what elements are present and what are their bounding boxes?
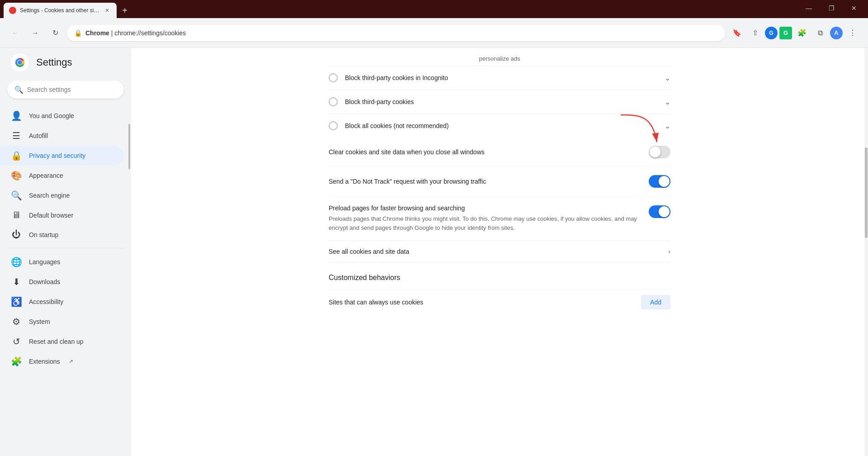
toggle-knob-3 bbox=[659, 206, 670, 217]
do-not-track-label: Send a "Do Not Track" request with your … bbox=[329, 178, 649, 185]
sites-always-cookies-row: Sites that can always use cookies Add bbox=[329, 289, 670, 315]
sidebar-item-search-engine[interactable]: 🔍 Search engine bbox=[0, 185, 124, 205]
sidebar-scrollbar-track bbox=[127, 106, 131, 456]
preload-text: Preload pages for faster browsing and se… bbox=[329, 204, 642, 232]
new-tab-button[interactable]: + bbox=[118, 4, 131, 17]
tab-title: Settings - Cookies and other site... bbox=[20, 7, 99, 14]
radio-button-block-all[interactable] bbox=[329, 121, 338, 130]
browser-frame: Settings - Cookies and other site... ✕ +… bbox=[0, 0, 868, 456]
search-engine-icon: 🔍 bbox=[11, 190, 22, 201]
main-content: Settings 🔍 👤 You and Google ☰ Autofill 🔒 bbox=[0, 48, 868, 456]
sidebar-toggle-button[interactable]: ⧉ bbox=[812, 25, 828, 41]
forward-button[interactable]: → bbox=[27, 25, 43, 41]
active-tab[interactable]: Settings - Cookies and other site... ✕ bbox=[4, 3, 117, 18]
sidebar-item-accessibility[interactable]: ♿ Accessibility bbox=[0, 292, 124, 312]
sidebar-header: Settings bbox=[0, 48, 131, 77]
sidebar-item-label: Appearance bbox=[29, 172, 63, 179]
address-text: Chrome | chrome://settings/cookies bbox=[85, 29, 718, 37]
minimize-button[interactable]: — bbox=[798, 1, 819, 15]
window-controls: — ❐ ✕ bbox=[798, 1, 864, 15]
preload-description: Preloads pages that Chrome thinks you mi… bbox=[329, 214, 642, 232]
sidebar-item-privacy[interactable]: 🔒 Privacy and security bbox=[0, 146, 124, 166]
chrome-logo-icon bbox=[11, 53, 29, 71]
sidebar-item-label: Reset and clean up bbox=[29, 338, 84, 345]
sites-always-cookies-label: Sites that can always use cookies bbox=[329, 299, 641, 306]
menu-button[interactable]: ⋮ bbox=[844, 25, 861, 41]
sidebar-item-reset[interactable]: ↺ Reset and clean up bbox=[0, 332, 124, 352]
share-button[interactable]: ⇧ bbox=[747, 25, 763, 41]
add-sites-button[interactable]: Add bbox=[641, 295, 670, 309]
see-cookies-label: See all cookies and site data bbox=[329, 248, 668, 255]
address-path: settings/cookies bbox=[141, 29, 186, 37]
grammarly-button[interactable]: G bbox=[779, 27, 792, 39]
content-scrollbar-track bbox=[864, 48, 868, 456]
see-all-cookies-row[interactable]: See all cookies and site data › bbox=[329, 241, 670, 263]
search-bar[interactable]: 🔍 bbox=[7, 81, 124, 99]
content-area: personalize ads Block third-party cookie… bbox=[131, 48, 868, 456]
clear-cookies-row: Clear cookies and site data when you clo… bbox=[329, 138, 670, 167]
sidebar-item-label: Privacy and security bbox=[29, 152, 85, 159]
chevron-down-icon: ⌄ bbox=[665, 74, 670, 82]
tab-close-button[interactable]: ✕ bbox=[103, 6, 111, 14]
toggle-knob-2 bbox=[659, 176, 670, 187]
google-account-button[interactable]: G bbox=[765, 27, 778, 39]
profile-avatar[interactable]: A bbox=[830, 27, 843, 39]
sidebar-item-label: On startup bbox=[29, 231, 58, 238]
customized-behaviors-section: Customized behaviors bbox=[329, 263, 670, 289]
languages-icon: 🌐 bbox=[11, 256, 22, 267]
radio-option-block-incognito[interactable]: Block third-party cookies in Incognito ⌄ bbox=[329, 66, 670, 90]
customized-behaviors-heading: Customized behaviors bbox=[329, 274, 670, 282]
sidebar-item-downloads[interactable]: ⬇ Downloads bbox=[0, 272, 124, 292]
settings-sidebar: Settings 🔍 👤 You and Google ☰ Autofill 🔒 bbox=[0, 48, 131, 456]
radio-option-block-third-party[interactable]: Block third-party cookies ⌄ bbox=[329, 90, 670, 114]
do-not-track-row: Send a "Do Not Track" request with your … bbox=[329, 167, 670, 196]
sidebar-item-languages[interactable]: 🌐 Languages bbox=[0, 252, 124, 272]
sidebar-item-label: System bbox=[29, 318, 50, 325]
navigation-bar: ← → ↻ 🔒 Chrome | chrome://settings/cooki… bbox=[0, 18, 868, 48]
back-button[interactable]: ← bbox=[7, 25, 24, 41]
maximize-button[interactable]: ❐ bbox=[821, 1, 842, 15]
downloads-icon: ⬇ bbox=[11, 276, 22, 287]
sidebar-scrollbar-thumb[interactable] bbox=[128, 124, 130, 169]
svg-point-3 bbox=[18, 60, 22, 65]
sidebar-item-extensions[interactable]: 🧩 Extensions ↗ bbox=[0, 352, 124, 371]
reset-icon: ↺ bbox=[11, 336, 22, 347]
option-label-incognito: Block third-party cookies in Incognito bbox=[345, 74, 657, 81]
radio-option-block-all[interactable]: Block all cookies (not recommended) ⌄ bbox=[329, 114, 670, 138]
sidebar-item-system[interactable]: ⚙ System bbox=[0, 312, 124, 332]
sidebar-item-label: Search engine bbox=[29, 192, 70, 199]
toggle-knob bbox=[650, 147, 660, 157]
radio-button-incognito[interactable] bbox=[329, 73, 338, 82]
search-input[interactable] bbox=[27, 86, 117, 93]
top-label: personalize ads bbox=[329, 48, 670, 66]
nav-actions: 🔖 ⇧ G G 🧩 ⧉ A ⋮ bbox=[729, 25, 861, 41]
sidebar-item-appearance[interactable]: 🎨 Appearance bbox=[0, 166, 124, 185]
sidebar-item-label: Default browser bbox=[29, 212, 73, 219]
sidebar-item-label: Accessibility bbox=[29, 298, 63, 305]
extensions-button[interactable]: 🧩 bbox=[794, 25, 810, 41]
default-browser-icon: 🖥 bbox=[11, 210, 22, 220]
tab-favicon bbox=[9, 7, 16, 14]
external-link-icon: ↗ bbox=[69, 358, 73, 365]
you-google-icon: 👤 bbox=[11, 110, 22, 121]
sidebar-item-default-browser[interactable]: 🖥 Default browser bbox=[0, 205, 124, 225]
clear-cookies-toggle[interactable] bbox=[649, 146, 670, 158]
preload-toggle[interactable] bbox=[649, 205, 670, 218]
secure-icon: 🔒 bbox=[74, 29, 82, 37]
close-button[interactable]: ✕ bbox=[844, 1, 864, 15]
sidebar-item-you-google[interactable]: 👤 You and Google bbox=[0, 106, 124, 126]
content-scrollbar-thumb[interactable] bbox=[865, 147, 868, 238]
right-arrow-icon: › bbox=[668, 248, 670, 255]
sidebar-item-label: Extensions bbox=[29, 358, 60, 365]
bookmark-button[interactable]: 🔖 bbox=[729, 25, 745, 41]
do-not-track-toggle[interactable] bbox=[649, 175, 670, 188]
reload-button[interactable]: ↻ bbox=[47, 25, 63, 41]
chevron-down-icon-2: ⌄ bbox=[665, 98, 670, 106]
sidebar-item-on-startup[interactable]: ⏻ On startup bbox=[0, 225, 124, 244]
search-icon: 🔍 bbox=[14, 86, 24, 94]
sidebar-item-autofill[interactable]: ☰ Autofill bbox=[0, 126, 124, 146]
address-chrome: Chrome bbox=[85, 29, 109, 37]
on-startup-icon: ⏻ bbox=[11, 229, 22, 240]
address-bar[interactable]: 🔒 Chrome | chrome://settings/cookies bbox=[67, 25, 725, 41]
radio-button-third-party[interactable] bbox=[329, 97, 338, 106]
